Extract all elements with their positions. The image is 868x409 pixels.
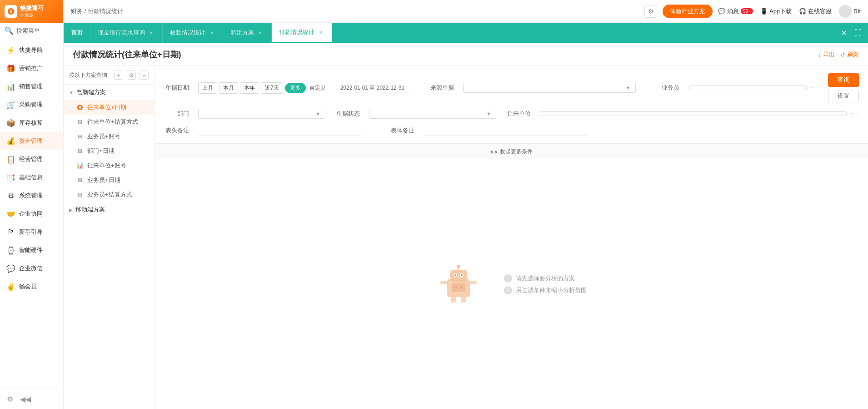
svg-point-9 (461, 274, 463, 276)
filter-area: 单据日期 上月 本月 本年 近7天 更多 自定义 (155, 66, 868, 144)
tab-bank-close-icon[interactable]: × (148, 29, 155, 36)
header-note-input[interactable] (198, 125, 362, 136)
sidebar-item-basic[interactable]: 📑 基础信息 (0, 168, 63, 187)
scheme-table-icon3: ⊞ (76, 147, 84, 155)
sidebar-item-operations[interactable]: 📋 经营管理 (0, 150, 63, 168)
trial-button[interactable]: 体验行业方案 (663, 5, 713, 18)
export-button[interactable]: ↓ 导出 (818, 50, 835, 59)
tab-receipt[interactable]: 收款情况统计 × (163, 23, 223, 43)
scheme-item-staff-date[interactable]: ⊞ 业务员+日期 (64, 173, 154, 187)
date-label: 单据日期 (164, 84, 189, 92)
source-select[interactable]: ▼ (463, 83, 636, 93)
scheme-table-icon: ⊞ (76, 118, 84, 126)
tab-new-scheme[interactable]: 新建方案 × (223, 23, 272, 43)
scheme-item-unit-account[interactable]: 📊 往来单位+账号 (64, 158, 154, 173)
body-note-input[interactable] (424, 125, 587, 136)
schemes-panel: 按以下方案查询 + ⚙ « ▼ 电脑端方案 (64, 66, 155, 409)
staff-dots[interactable]: ··· (810, 84, 819, 92)
sidebar-item-inventory[interactable]: 📦 库存核算 (0, 114, 63, 132)
tab-bank[interactable]: 现金银行流水查询 × (90, 23, 163, 43)
sidebar-item-label: 经营管理 (19, 155, 43, 163)
sidebar-item-membership[interactable]: ✌ 畅会员 (0, 278, 63, 296)
sidebar-item-capital[interactable]: 💰 资金管理 (0, 132, 63, 150)
doc-status-select[interactable]: ▼ (369, 109, 496, 119)
date-custom-label: 自定义 (309, 84, 326, 92)
staff-select[interactable] (688, 86, 807, 90)
date-btn-this-year[interactable]: 本年 (240, 82, 259, 94)
sidebar-item-label: 系统管理 (19, 192, 43, 200)
tab-payment[interactable]: 付款情况统计 × (272, 23, 332, 43)
date-btn-this-month[interactable]: 本月 (219, 82, 238, 94)
collapse-button[interactable]: ∧∧ 收起更多条件 (490, 148, 533, 156)
schemes-add-icon[interactable]: + (114, 71, 123, 80)
scheme-item-unit-settle[interactable]: ⊞ 往来单位+结算方式 (64, 115, 154, 129)
tab-home-label: 首页 (71, 29, 83, 37)
sidebar-item-system[interactable]: ⚙ 系统管理 (0, 187, 63, 205)
tab-close-all-icon[interactable]: ✕ (838, 27, 849, 38)
page-header: 付款情况统计(往来单位+日期) ↓ 导出 ↺ 刷新 (64, 43, 868, 66)
date-btn-last-month[interactable]: 上月 (198, 82, 217, 94)
mobile-section-header[interactable]: ▶ 移动端方案 (64, 202, 154, 217)
sidebar-item-wechat[interactable]: 💬 企业微信 (0, 259, 63, 278)
date-range-input[interactable] (339, 84, 410, 92)
unit-dots[interactable]: ··· (850, 110, 859, 118)
dept-select[interactable]: ▼ (198, 109, 325, 119)
refresh-button[interactable]: ↺ 刷新 (840, 50, 859, 59)
online-service-item[interactable]: 🎧 在线客服 (799, 7, 832, 15)
empty-hint-2: 2 用过滤条件来缩小分析范围 (504, 286, 587, 294)
collapse-up-icon: ∧∧ (490, 149, 498, 155)
sidebar-item-label: 快捷导航 (19, 46, 43, 54)
app-download-item[interactable]: 📱 App下载 (760, 7, 792, 15)
scheme-item-dept-date[interactable]: ⊞ 部门+日期 (64, 144, 154, 158)
scheme-item-staff-account[interactable]: ⊞ 业务员+账号 (64, 129, 154, 144)
sidebar-item-guide[interactable]: 🏳 新手引导 (0, 223, 63, 241)
sidebar-collapse-icon[interactable]: ◀◀ (20, 394, 31, 404)
page-title: 付款情况统计(往来单位+日期) (73, 49, 181, 66)
app-download-label: App下载 (769, 7, 792, 15)
data-area: 1 请先选择要分析的方案 2 用过滤条件来缩小分析范围 (155, 159, 868, 409)
schemes-settings-icon[interactable]: ⚙ (127, 71, 136, 80)
tab-new-scheme-close-icon[interactable]: × (257, 29, 264, 36)
sidebar-item-cooperation[interactable]: 🤝 企业协同 (0, 205, 63, 223)
tab-receipt-close-icon[interactable]: × (208, 29, 215, 36)
empty-hints: 1 请先选择要分析的方案 2 用过滤条件来缩小分析范围 (504, 274, 587, 294)
svg-point-17 (455, 287, 457, 288)
sidebar-header: 6 畅捷通巧 标准版 (0, 0, 63, 23)
sidebar-item-hardware[interactable]: ⌚ 智能硬件 (0, 241, 63, 259)
date-btn-7days[interactable]: 近7天 (261, 82, 283, 94)
scheme-item-unit-date[interactable]: 往来单位+日期 (64, 100, 154, 115)
query-button[interactable]: 查询 (828, 73, 859, 87)
date-btn-more[interactable]: 更多 (285, 83, 306, 93)
sidebar-item-shortcut[interactable]: ⚡ 快捷导航 (0, 41, 63, 59)
filter-row-3: 表头备注 表体备注 (164, 125, 859, 136)
sidebar-item-sales[interactable]: 📊 销售管理 (0, 77, 63, 96)
sidebar-item-label: 库存核算 (19, 119, 43, 127)
filter-settings-button[interactable]: 设置 (828, 90, 859, 102)
tab-payment-close-icon[interactable]: × (317, 29, 324, 36)
sidebar-item-marketing[interactable]: 🎁 营销推广 (0, 59, 63, 77)
topbar-settings-icon[interactable]: ⚙ (644, 5, 657, 18)
desktop-section-header[interactable]: ▼ 电脑端方案 (64, 85, 154, 100)
scheme-item-staff-settle[interactable]: ⊞ 业务员+结算方式 (64, 187, 154, 202)
user-avatar-item[interactable]: Rit (839, 5, 861, 18)
footer-settings-icon[interactable]: ⚙ (5, 394, 15, 404)
unit-select[interactable] (540, 111, 847, 116)
tab-expand-icon[interactable]: ⛶ (853, 27, 863, 38)
scheme-item-label: 部门+日期 (87, 147, 115, 155)
hint-text-2: 用过滤条件来缩小分析范围 (516, 286, 587, 294)
message-icon: 💬 (718, 8, 725, 15)
schemes-collapse-icon[interactable]: « (140, 71, 149, 80)
scheme-item-label: 往来单位+日期 (87, 103, 126, 111)
message-item[interactable]: 💬 消息 99+ (718, 7, 753, 15)
scheme-item-label: 业务员+账号 (87, 132, 120, 141)
desktop-section-label: 电脑端方案 (76, 88, 106, 96)
search-menu-item[interactable]: 🔍 搜索菜单 (0, 23, 63, 39)
source-arrow-icon: ▼ (626, 85, 631, 91)
collapse-bar[interactable]: ∧∧ 收起更多条件 (155, 144, 868, 159)
scheme-table-icon4: ⊞ (76, 177, 84, 184)
sidebar-item-purchase[interactable]: 🛒 采购管理 (0, 96, 63, 114)
filter-data-panel: 单据日期 上月 本月 本年 近7天 更多 自定义 (155, 66, 868, 409)
tab-home[interactable]: 首页 (64, 23, 90, 43)
hint-text-1: 请先选择要分析的方案 (516, 274, 575, 283)
collapse-label: 收起更多条件 (500, 148, 533, 156)
